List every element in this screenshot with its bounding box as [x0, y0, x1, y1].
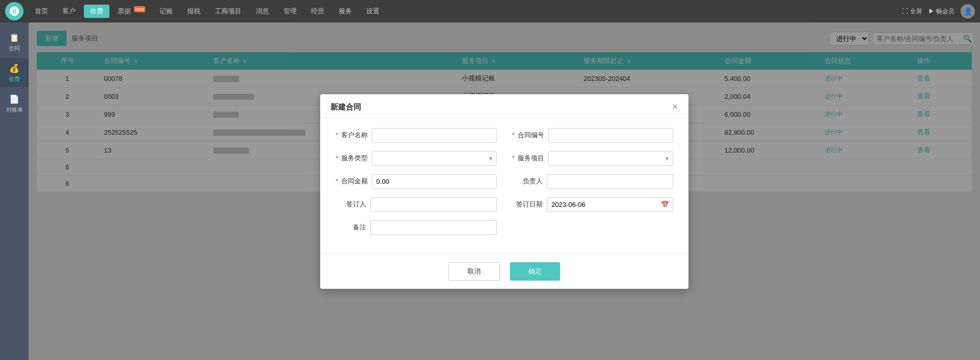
- contract-no-input[interactable]: [548, 128, 673, 143]
- form-group-customer: * 客户名称: [336, 128, 497, 143]
- sidebar-item-contract[interactable]: 📋 合同: [0, 28, 29, 56]
- nav-operation[interactable]: 经营: [305, 5, 330, 18]
- form-group-note: 备注: [336, 220, 497, 235]
- service-item-select[interactable]: [548, 151, 673, 166]
- customer-name-label: * 客户名称: [336, 131, 368, 140]
- modal-close-button[interactable]: ✕: [672, 103, 678, 111]
- responsible-input[interactable]: [547, 174, 673, 189]
- form-row-1: * 客户名称 * 合同编号: [336, 128, 673, 143]
- customer-name-input[interactable]: [372, 128, 497, 143]
- nav-service[interactable]: 服务: [332, 5, 358, 18]
- form-group-signer: 签订人: [336, 197, 497, 212]
- note-input[interactable]: [370, 220, 497, 235]
- form-group-service-item: * 服务项目: [512, 151, 673, 166]
- form-row-2: * 服务类型 * 服务项目: [336, 151, 673, 166]
- modal-footer: 取消 确定: [320, 253, 688, 289]
- required-star: *: [336, 131, 338, 139]
- modal-body: * 客户名称 * 合同编号 *: [320, 118, 688, 253]
- member-button[interactable]: ▶ 畅会员: [928, 7, 954, 16]
- form-group-responsible: 负责人: [512, 174, 673, 189]
- modal-header: 新建合同 ✕: [320, 94, 688, 118]
- fullscreen-button[interactable]: ⛶ 全屏: [902, 7, 922, 16]
- nav-business[interactable]: 工商项目: [209, 5, 248, 18]
- nav-settings[interactable]: 设置: [360, 5, 386, 18]
- amount-label: * 合同金额: [336, 177, 368, 186]
- service-type-select-wrapper: [372, 151, 497, 166]
- modal-title: 新建合同: [330, 102, 361, 112]
- cancel-button[interactable]: 取消: [449, 262, 500, 281]
- new-contract-modal: 新建合同 ✕ * 客户名称 * 合同编号: [320, 94, 688, 289]
- confirm-button[interactable]: 确定: [510, 262, 560, 281]
- modal-overlay: 新建合同 ✕ * 客户名称 * 合同编号: [29, 23, 980, 360]
- form-row-5: 备注: [336, 220, 673, 235]
- nav-fee[interactable]: 收费: [84, 5, 109, 18]
- fee-icon: 💰: [9, 62, 20, 74]
- service-type-label: * 服务类型: [336, 154, 368, 163]
- sidebar-item-statement[interactable]: 📄 对账单: [0, 89, 29, 118]
- date-input-wrapper: 📅: [547, 197, 673, 212]
- sign-date-label: 签订日期: [512, 200, 543, 209]
- form-row-4: 签订人 签订日期 📅: [336, 197, 673, 212]
- sign-date-input[interactable]: [547, 197, 673, 212]
- calendar-icon[interactable]: 📅: [661, 201, 669, 208]
- contract-no-label: * 合同编号: [512, 131, 544, 140]
- form-group-amount: * 合同金额: [336, 174, 497, 189]
- nav-right: ⛶ 全屏 ▶ 畅会员 👤: [902, 4, 975, 18]
- service-type-select[interactable]: [372, 151, 497, 166]
- nav-bookkeeping[interactable]: 记账: [153, 5, 179, 18]
- avatar[interactable]: 👤: [961, 4, 975, 18]
- form-group-service-type: * 服务类型: [336, 151, 497, 166]
- note-label: 备注: [336, 223, 366, 232]
- nav-manage[interactable]: 管理: [277, 5, 303, 18]
- nav-customer[interactable]: 客户: [56, 5, 82, 18]
- nav-home[interactable]: 首页: [29, 5, 54, 18]
- form-row-3: * 合同金额 负责人: [336, 174, 673, 189]
- nav-items: 首页 客户 收费 票据 new 记账 报税 工商项目 消息 管理 经营 服务 设…: [29, 5, 902, 18]
- contract-icon: 📋: [9, 32, 20, 43]
- required-star-4: *: [512, 154, 515, 162]
- app-logo: [5, 2, 24, 20]
- nav-tax[interactable]: 报税: [181, 5, 207, 18]
- signer-input[interactable]: [370, 197, 497, 212]
- nav-message[interactable]: 消息: [250, 5, 275, 18]
- top-navigation: 首页 客户 收费 票据 new 记账 报税 工商项目 消息 管理 经营 服务 设…: [0, 0, 980, 23]
- statement-icon: 📄: [9, 93, 20, 104]
- required-star-2: *: [512, 131, 515, 139]
- form-group-sign-date: 签订日期 📅: [512, 197, 673, 212]
- new-badge: new: [134, 6, 146, 12]
- sidebar-item-fee[interactable]: 💰 收费: [0, 58, 29, 87]
- responsible-label: 负责人: [512, 177, 543, 186]
- service-item-label: * 服务项目: [512, 154, 544, 163]
- nav-invoice[interactable]: 票据 new: [112, 5, 151, 18]
- signer-label: 签订人: [336, 200, 366, 209]
- amount-input[interactable]: [372, 174, 497, 189]
- sidebar: 📋 合同 💰 收费 📄 对账单: [0, 23, 29, 360]
- required-star-3: *: [336, 154, 338, 162]
- required-star-5: *: [336, 177, 338, 185]
- form-group-contract-no: * 合同编号: [512, 128, 673, 143]
- service-item-select-wrapper: [548, 151, 673, 166]
